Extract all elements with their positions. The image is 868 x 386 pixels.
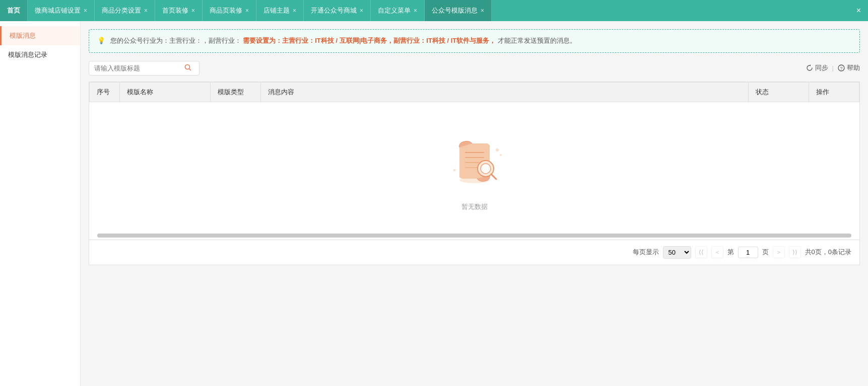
last-page-button[interactable]: ⟩⟩	[789, 246, 801, 258]
tab-close-5[interactable]: ×	[293, 7, 296, 14]
fake-scrollbar[interactable]	[97, 234, 851, 238]
table-header-状态: 状态	[749, 82, 809, 102]
svg-point-14	[453, 169, 455, 171]
next-page-button[interactable]: ＞	[773, 246, 785, 258]
notice-box: 💡 您的公众号行业为：主营行业：，副营行业： 需要设置为：主营行业：IT科技 /…	[89, 29, 860, 53]
sidebar-item-1[interactable]: 模版消息记录	[0, 45, 80, 64]
empty-state: 暂无数据	[90, 102, 859, 231]
toolbar-right: 同步 | ? 帮助	[806, 63, 860, 72]
close-all-button[interactable]: ×	[849, 0, 868, 21]
table-header-模版名称: 模版名称	[120, 82, 211, 102]
page-total: 共0页，0条记录	[805, 248, 851, 257]
tab-item-7[interactable]: 自定义菜单×	[371, 0, 425, 21]
notice-prefix: 您的公众号行业为：主营行业：，副营行业：	[110, 37, 241, 44]
help-button[interactable]: ? 帮助	[838, 63, 860, 72]
table-header-操作: 操作	[809, 82, 859, 102]
tab-close-2[interactable]: ×	[144, 7, 148, 14]
page-size-label: 每页显示	[633, 248, 659, 257]
svg-text:?: ?	[840, 66, 842, 71]
empty-text: 暂无数据	[90, 202, 859, 211]
tab-close-4[interactable]: ×	[245, 7, 249, 14]
page-suffix: 页	[762, 248, 769, 257]
notice-icon: 💡	[97, 37, 105, 44]
tab-item-1[interactable]: 微商城店铺设置×	[28, 0, 95, 21]
content-area: 💡 您的公众号行业为：主营行业：，副营行业： 需要设置为：主营行业：IT科技 /…	[81, 21, 868, 386]
tab-item-2[interactable]: 商品分类设置×	[95, 0, 155, 21]
svg-point-12	[496, 148, 499, 151]
search-button[interactable]	[184, 64, 191, 72]
tab-item-4[interactable]: 商品页装修×	[203, 0, 256, 21]
table-header-消息内容: 消息内容	[261, 82, 749, 102]
tab-item-0[interactable]: 首页	[0, 0, 28, 21]
first-page-button[interactable]: ⟨⟨	[695, 246, 707, 258]
tab-close-1[interactable]: ×	[84, 7, 87, 14]
toolbar-divider: |	[832, 64, 834, 72]
svg-line-11	[491, 174, 496, 179]
pagination: 每页显示 50 10 20 100 ⟨⟨ ＜ 第 页 ＞ ⟩⟩ 共0页，0条记录	[89, 240, 859, 265]
svg-line-1	[189, 68, 191, 70]
tab-close-7[interactable]: ×	[414, 7, 417, 14]
svg-point-10	[481, 164, 491, 174]
svg-point-0	[185, 64, 190, 69]
prev-page-button[interactable]: ＜	[711, 246, 723, 258]
tab-item-5[interactable]: 店铺主题×	[256, 0, 304, 21]
data-table-wrapper: 序号模版名称模版类型消息内容状态操作	[89, 82, 860, 265]
notice-highlight: 需要设置为：主营行业：IT科技 / 互联网|电子商务，副营行业：IT科技 / I…	[243, 37, 496, 44]
scrollbar-row	[89, 231, 859, 240]
search-input[interactable]	[89, 61, 199, 75]
tab-close-3[interactable]: ×	[191, 7, 195, 14]
tab-close-8[interactable]: ×	[481, 7, 484, 14]
tab-item-3[interactable]: 首页装修×	[155, 0, 203, 21]
notice-suffix: 才能正常发送预置的消息。	[498, 37, 576, 44]
tab-item-8[interactable]: 公众号模版消息×	[425, 0, 492, 21]
tab-item-6[interactable]: 开通公众号商城×	[304, 0, 371, 21]
svg-point-13	[500, 154, 502, 156]
tab-close-6[interactable]: ×	[360, 7, 363, 14]
tab-bar: 首页微商城店铺设置×商品分类设置×首页装修×商品页装修×店铺主题×开通公众号商城…	[0, 0, 868, 21]
sidebar-item-0[interactable]: 模版消息	[0, 26, 80, 45]
sidebar: 模版消息模版消息记录	[0, 21, 81, 386]
page-input[interactable]	[738, 247, 758, 258]
table-header-模版类型: 模版类型	[211, 82, 261, 102]
sync-button[interactable]: 同步	[806, 63, 828, 72]
page-size-select[interactable]: 50 10 20 100	[663, 246, 691, 259]
table-header-序号: 序号	[90, 82, 120, 102]
main-layout: 模版消息模版消息记录 💡 您的公众号行业为：主营行业：，副营行业： 需要设置为：…	[0, 21, 868, 386]
data-table: 序号模版名称模版类型消息内容状态操作	[89, 82, 859, 231]
page-label: 第	[727, 248, 734, 257]
search-bar: 同步 | ? 帮助	[89, 61, 860, 75]
